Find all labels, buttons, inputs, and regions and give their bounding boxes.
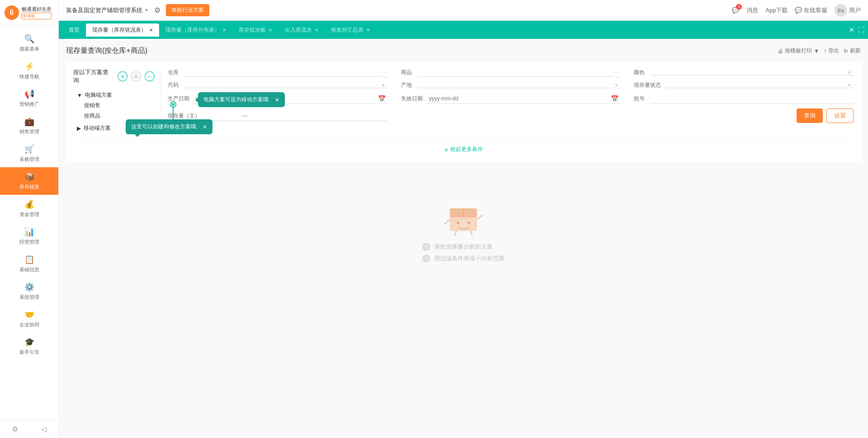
scheme-tooltip-close[interactable]: ✕ <box>275 97 279 103</box>
tab-inventory-dist[interactable]: 现存量（库存分布表） ✕ <box>159 24 232 37</box>
tab-close-all-icon[interactable]: ✕ <box>849 26 854 33</box>
system-icon: ⚙️ <box>24 282 34 292</box>
finance-icon: 💰 <box>24 199 34 209</box>
stock-status-arrow[interactable]: ▼ <box>845 83 854 88</box>
origin-arrow[interactable]: ▼ <box>612 83 620 88</box>
refresh-button[interactable]: ↻ 刷新 <box>844 47 861 55</box>
top-header: 装备及固定资产辅助管理系统 ▼ ⚙ 体验行业方案 💬 6 消息 App下载 💬 … <box>59 0 868 21</box>
tab-bar: 首页 现存量（库存状况表） ✕ 现存量（库存分布表） ✕ 库存批次账 ✕ 出入库… <box>59 21 868 39</box>
settings-footer-icon[interactable]: ⚙ <box>12 425 18 433</box>
expire-date-calendar-icon[interactable]: 📅 <box>609 95 620 102</box>
sidebar-item-label: 库存核算 <box>19 184 39 190</box>
sidebar-logo: 6 畅通通好生意 标准版 <box>0 0 58 26</box>
batch-input[interactable] <box>651 94 854 104</box>
expire-date-input[interactable] <box>426 94 609 104</box>
sidebar-item-inventory[interactable]: 📦 库存核算 <box>0 167 58 195</box>
svg-line-5 <box>454 231 457 235</box>
collapse-sidebar-icon[interactable]: ◁ <box>41 425 47 433</box>
tab-summary[interactable]: 收发存汇总表 ✕ <box>325 24 376 37</box>
page-actions: 🖨 按模板打印 ▼ ↑ 导出 ↻ 刷新 <box>778 47 861 55</box>
search-menu-icon: 🔍 <box>24 34 34 44</box>
sidebar-item-system[interactable]: ⚙️ 系统管理 <box>0 278 58 305</box>
tab-home[interactable]: 首页 <box>62 24 86 37</box>
system-dropdown-arrow: ▼ <box>144 8 149 13</box>
sidebar-nav: 🔍 搜索菜单 ⚡ 快捷导航 📢 营销推广 💼 销售管理 🛒 采购管理 📦 库存核… <box>0 26 58 420</box>
tab-close-batch-account[interactable]: ✕ <box>269 28 272 33</box>
search-button[interactable]: 查询 <box>797 108 823 123</box>
print-button[interactable]: 🖨 按模板打印 ▼ <box>778 47 819 55</box>
sidebar-item-cooperation[interactable]: 🤝 企业协同 <box>0 305 58 333</box>
warehouse-dots[interactable]: ··· <box>377 68 387 76</box>
tab-inventory-status[interactable]: 现存量（库存状况表） ✕ <box>86 24 159 37</box>
goods-dots[interactable]: ··· <box>611 68 620 76</box>
qty-max-input[interactable] <box>250 111 286 121</box>
system-selector[interactable]: 装备及固定资产辅助管理系统 ▼ <box>66 6 149 14</box>
sidebar-item-quicknav[interactable]: ⚡ 快捷导航 <box>0 57 58 85</box>
size-arrow[interactable]: ▼ <box>379 83 387 88</box>
color-value <box>651 71 845 74</box>
color-label: 颜色 <box>634 69 647 76</box>
search-buttons: 查询 设置 <box>634 108 854 123</box>
sales-icon: 💼 <box>24 117 34 127</box>
cooperation-icon: 🤝 <box>24 310 34 320</box>
filter-header: 按以下方案查询 + ⊙ ← <box>73 68 155 85</box>
scheme-desktop[interactable]: ▼ 电脑端方案 <box>77 90 155 100</box>
tab-close-flow[interactable]: ✕ <box>315 28 318 33</box>
quick-nav-icon: ⚡ <box>24 61 34 71</box>
logo-text: 畅通通好生意 <box>22 6 52 12</box>
export-button[interactable]: ↑ 导出 <box>824 47 839 55</box>
produce-date-calendar-icon[interactable]: 📅 <box>376 95 387 102</box>
tab-batch-account-label: 库存批次账 <box>239 26 266 34</box>
message-badge: 6 <box>736 4 742 9</box>
user-avatar[interactable]: Ea 用户 <box>835 4 861 17</box>
sidebar-item-operations[interactable]: 📊 经营管理 <box>0 222 58 250</box>
inventory-icon: 📦 <box>24 172 34 182</box>
origin-value <box>418 83 613 87</box>
sidebar-item-basic[interactable]: 📋 基础信息 <box>0 250 58 278</box>
sidebar-item-label: 基础信息 <box>19 266 39 273</box>
system-name: 装备及固定资产辅助管理系统 <box>66 6 142 14</box>
svg-line-6 <box>470 231 472 235</box>
message-icon[interactable]: 💬 6 <box>732 7 739 14</box>
scheme-desktop-item-sales[interactable]: 按销售 <box>84 100 155 111</box>
online-service-link[interactable]: 💬 在线客服 <box>795 6 827 14</box>
tab-bar-end: ✕ ⛶ <box>849 26 864 33</box>
tab-close-inventory-status[interactable]: ✕ <box>149 28 153 33</box>
sidebar-item-newbie[interactable]: 🎓 新手引导 <box>0 333 58 360</box>
reset-button[interactable]: 设置 <box>826 108 854 123</box>
create-tooltip-close[interactable]: ✕ <box>203 124 207 130</box>
logo-icon: 6 <box>5 5 19 20</box>
copy-scheme-button[interactable]: ⊙ <box>131 71 141 81</box>
settings-icon[interactable]: ⚙ <box>154 6 160 14</box>
export-icon: ↑ <box>824 48 826 54</box>
tab-close-summary[interactable]: ✕ <box>366 28 370 33</box>
empty-step-1: 1 请先选择要分析的方案 <box>422 243 505 251</box>
sidebar-item-finance[interactable]: 💰 资金管理 <box>0 195 58 222</box>
collapse-button[interactable]: ∧ 收起更多条件 <box>444 143 483 156</box>
trial-button[interactable]: 体验行业方案 <box>166 4 209 16</box>
expire-date-field: 失效日期 📅 <box>401 94 621 104</box>
stock-status-value <box>665 83 845 87</box>
collapse-label: 收起更多条件 <box>450 146 483 153</box>
sidebar-item-purchase[interactable]: 🛒 采购管理 <box>0 140 58 167</box>
sidebar-item-search[interactable]: 🔍 搜索菜单 <box>0 29 58 57</box>
warehouse-input <box>185 71 377 74</box>
tab-maximize-icon[interactable]: ⛶ <box>858 26 864 33</box>
app-download-link[interactable]: App下载 <box>765 6 788 14</box>
empty-state: 1 请先选择要分析的方案 2 用过滤条件来缩小分析范围 <box>66 168 861 290</box>
origin-label: 产地 <box>401 81 415 89</box>
color-arrow[interactable]: ▼ <box>845 70 854 75</box>
tab-close-inventory-dist[interactable]: ✕ <box>222 28 226 33</box>
tab-batch-account[interactable]: 库存批次账 ✕ <box>232 24 278 37</box>
svg-point-4 <box>467 221 470 224</box>
produce-date-label: 生产日期 <box>168 95 189 103</box>
scheme-sales-label: 按销售 <box>84 102 100 109</box>
sidebar-item-marketing[interactable]: 📢 营销推广 <box>0 85 58 112</box>
add-scheme-button[interactable]: + <box>118 71 127 81</box>
tab-flow[interactable]: 出入库流水 ✕ <box>278 24 325 37</box>
scheme-arrow-button[interactable]: ← <box>145 71 155 81</box>
scheme-tooltip-text: 电脑方案可设为移动方案哦 <box>203 96 269 104</box>
logo-badge: 标准版 <box>22 13 52 19</box>
sidebar-item-sales[interactable]: 💼 销售管理 <box>0 112 58 140</box>
empty-svg <box>441 195 486 235</box>
